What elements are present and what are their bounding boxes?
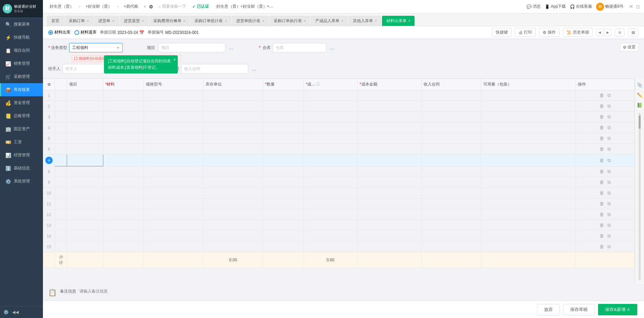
settings-button[interactable]: ⚙ 设置 [620, 43, 639, 51]
copy-row-icon[interactable]: ⧉ [606, 158, 612, 163]
delete-row-icon[interactable]: 🗑 [598, 146, 605, 152]
copy-row-icon[interactable]: ⧉ [606, 179, 612, 185]
tab-receipt[interactable]: 进货单× [94, 16, 119, 26]
doc-num-value[interactable]: MD-20230324-001 [165, 30, 199, 35]
radio-material-issue[interactable]: 材料出库 [48, 30, 70, 35]
delete-row-icon[interactable]: 🗑 [598, 169, 605, 174]
edit-icon[interactable]: ✏️ [636, 91, 643, 99]
delete-row-icon[interactable]: 🗑 [598, 114, 605, 119]
copy-row-icon[interactable]: ⧉ [606, 190, 612, 196]
project-select[interactable]: 项目 [158, 43, 225, 52]
sidebar-item-purchase[interactable]: 🛒 采购管理 [0, 70, 43, 83]
delete-row-icon[interactable]: 🗑 [598, 158, 605, 163]
topbar-app-btn[interactable]: 📱 App下载 [545, 4, 566, 9]
tab-close-material-issue[interactable]: × [409, 19, 411, 23]
delete-row-icon[interactable]: 🗑 [598, 136, 605, 141]
warehouse-dots-btn[interactable]: … [328, 45, 336, 50]
copy-row-icon[interactable]: ⧉ [606, 146, 612, 152]
tab-close-expense[interactable]: × [183, 19, 185, 23]
attachment-icon[interactable]: 📎 [636, 81, 643, 89]
topbar-user-btn[interactable]: 财 畅捷通8号 [596, 3, 624, 11]
project-dots-btn[interactable]: … [227, 45, 235, 50]
tab-close-receipt[interactable]: × [112, 19, 114, 23]
topbar-nav-good-finance[interactable]: +好业财（普） [83, 2, 115, 11]
tab-close-fg-receipt[interactable]: × [341, 19, 343, 23]
tab-fg-receipt[interactable]: 产成品入库单× [311, 16, 348, 26]
tab-receipt-stat[interactable]: 进货单统计表× [232, 16, 269, 26]
topbar-message-btn[interactable]: 💬 消息 [527, 4, 541, 9]
topbar-service-btn[interactable]: 🎧 在线客服 [570, 4, 592, 9]
layout1-btn[interactable]: ≡ [615, 29, 625, 37]
copy-row-icon[interactable]: ⧉ [606, 103, 612, 109]
shortcut-btn[interactable]: 快捷键 [492, 28, 512, 37]
warehouse-select[interactable]: 仓库 [273, 43, 326, 52]
new-row-col1[interactable] [55, 155, 67, 166]
biz-type-select[interactable]: 工程领料 ▼ [69, 43, 123, 52]
calendar-icon[interactable]: 📅 [139, 30, 144, 35]
sidebar-item-salary[interactable]: 💴 工资 [0, 136, 43, 149]
tab-po-stat[interactable]: 采购订单统计表× [190, 16, 231, 26]
tab-expense[interactable]: 采购费用分摊单× [149, 16, 190, 26]
delete-row-icon[interactable]: 🗑 [598, 233, 605, 238]
topbar-expand-btn[interactable]: ⊡ [636, 4, 640, 9]
topbar-nav-agent[interactable]: +易代账 [121, 2, 141, 11]
sidebar-item-quick-nav[interactable]: ⚡ 快捷导航 [0, 31, 43, 44]
tab-close-other-receipt[interactable]: × [375, 19, 377, 23]
th-gear[interactable]: ⚙ [43, 79, 55, 90]
topbar-certified[interactable]: ✓ 已认证 [192, 4, 209, 9]
sidebar-item-sales[interactable]: 📈 销售管理 [0, 57, 43, 70]
add-row-btn[interactable]: + [45, 157, 53, 164]
info-icon[interactable]: ⓘ [316, 82, 320, 87]
tab-other-receipt[interactable]: 其他入库单× [348, 16, 381, 26]
tooltip-close-btn[interactable]: × [173, 57, 176, 63]
copy-row-icon[interactable]: ⧉ [606, 212, 612, 217]
sidebar-settings-btn[interactable]: ⚙️ [3, 310, 9, 315]
copy-row-icon[interactable]: ⧉ [606, 93, 612, 98]
save-new-button[interactable]: 保存&新增 ∧ [598, 304, 637, 315]
delete-row-icon[interactable]: 🗑 [598, 179, 605, 185]
income-contract-dots-btn[interactable]: … [250, 66, 258, 71]
tab-home[interactable]: 首页 [47, 16, 64, 26]
copy-row-icon[interactable]: ⧉ [606, 244, 612, 249]
topbar-nav-good-biz[interactable]: 好生意（普） [47, 2, 76, 11]
layout2-btn[interactable]: ⊞ [628, 29, 639, 37]
tab-purchase-order[interactable]: 采购订单× [64, 16, 93, 26]
doc-icon[interactable]: 📗 [636, 101, 643, 109]
scroll-track[interactable] [639, 111, 641, 281]
sidebar-item-fund[interactable]: 💰 资金管理 [0, 96, 43, 109]
sidebar-item-info[interactable]: ℹ️ 基础信息 [0, 162, 43, 175]
note-input[interactable] [79, 287, 639, 298]
tab-close-po-stat[interactable]: × [225, 19, 227, 23]
sidebar-item-system[interactable]: ⚙️ 系统管理 [0, 175, 43, 188]
topbar-close-btn[interactable]: ✕ [629, 3, 633, 10]
sidebar-item-project[interactable]: 📋 项目合同 [0, 44, 43, 57]
copy-row-icon[interactable]: ⧉ [606, 201, 612, 206]
next-record-btn[interactable]: ▶ [604, 29, 611, 36]
sidebar-collapse-btn[interactable]: ◀◀ [12, 310, 19, 315]
tab-material-issue[interactable]: 材料出库单× [382, 16, 415, 26]
sidebar-item-assets[interactable]: 🏢 固定资产 [0, 122, 43, 136]
sidebar-item-ledger[interactable]: 📒 总账管理 [0, 109, 43, 122]
history-btn[interactable]: 📜 历史单据 [563, 28, 593, 37]
save-draft-button[interactable]: 保存草稿 [563, 304, 595, 315]
delete-row-icon[interactable]: 🗑 [598, 125, 605, 130]
tab-po-exec[interactable]: 采购订单执行表× [269, 16, 310, 26]
tab-close-po-exec[interactable]: × [304, 19, 306, 23]
new-row-col2[interactable] [67, 155, 103, 166]
copy-row-icon[interactable]: ⧉ [606, 169, 612, 174]
delete-row-icon[interactable]: 🗑 [598, 212, 605, 217]
sidebar-item-management[interactable]: 📊 经营管理 [0, 149, 43, 162]
sidebar-item-inventory[interactable]: 📦 库存核算 [0, 83, 43, 96]
tab-close-receipt-stat[interactable]: × [262, 19, 264, 23]
operation-btn[interactable]: ⚙ 操作 [539, 28, 559, 37]
income-contract-select[interactable]: 收入合同 [181, 64, 248, 73]
sidebar-item-search[interactable]: 🔍 搜索菜单 [0, 18, 43, 31]
delete-row-icon[interactable]: 🗑 [598, 93, 605, 98]
copy-row-icon[interactable]: ⧉ [606, 114, 612, 119]
copy-row-icon[interactable]: ⧉ [606, 136, 612, 141]
discard-button[interactable]: 放弃 [537, 304, 560, 315]
delete-row-icon[interactable]: 🗑 [598, 244, 605, 249]
tab-return[interactable]: 进货退货× [119, 16, 148, 26]
radio-material-return[interactable]: 材料退库 [74, 30, 97, 35]
delete-row-icon[interactable]: 🗑 [598, 222, 605, 228]
